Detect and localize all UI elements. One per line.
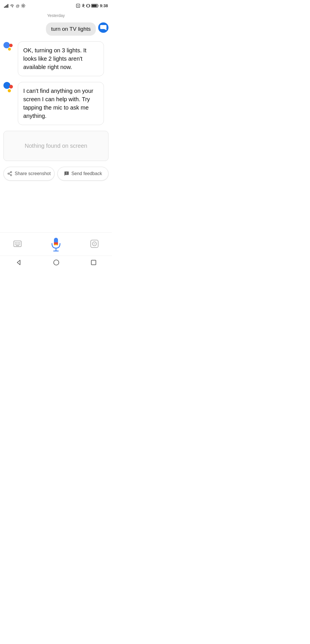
svg-point-35 (54, 260, 59, 265)
keyboard-icon[interactable] (13, 241, 22, 249)
nothing-found-text: Nothing found on screen (25, 143, 87, 149)
bluetooth-icon (82, 3, 85, 8)
assistant-message-row-2: I can't find anything on your screen I c… (3, 82, 108, 125)
svg-rect-19 (19, 242, 20, 243)
svg-rect-18 (18, 242, 19, 243)
status-time: 9:38 (100, 3, 108, 8)
svg-rect-21 (16, 244, 17, 245)
at-icon: @ (16, 4, 20, 8)
user-bubble: turn on TV lights (46, 22, 96, 36)
svg-rect-20 (15, 244, 16, 245)
user-avatar-icon (100, 25, 106, 30)
back-button[interactable] (16, 259, 22, 267)
svg-rect-24 (16, 245, 19, 246)
wifi-icon (10, 4, 14, 8)
date-label: Yesterday (3, 13, 108, 18)
bottom-toolbar[interactable] (0, 232, 112, 256)
battery-icon (91, 4, 99, 8)
svg-rect-22 (18, 244, 19, 245)
assistant-bubble-1: OK, turning on 3 lights. It looks like 2… (18, 41, 104, 76)
svg-rect-8 (100, 25, 106, 29)
share-screenshot-label: Share screenshot (15, 171, 51, 176)
svg-point-30 (54, 244, 58, 245)
assistant-logo-2 (3, 82, 15, 93)
svg-point-0 (23, 5, 24, 7)
settings-icon (21, 3, 26, 8)
nothing-found-box: Nothing found on screen (3, 131, 108, 161)
action-buttons: Share screenshot Send feedback (0, 167, 112, 186)
svg-point-33 (94, 243, 95, 245)
feedback-icon (64, 171, 69, 176)
svg-line-14 (9, 172, 11, 173)
share-icon (7, 171, 12, 176)
spacer (0, 186, 112, 232)
assistant-bubble-2: I can't find anything on your screen I c… (18, 82, 104, 125)
signal-icon (4, 4, 8, 8)
nav-bar[interactable] (0, 256, 112, 271)
screen-icon[interactable] (90, 240, 98, 250)
assistant-message-row-1: OK, turning on 3 lights. It looks like 2… (3, 41, 108, 76)
user-message-row: turn on TV lights (3, 22, 108, 36)
svg-rect-17 (16, 242, 17, 243)
svg-marker-34 (17, 260, 20, 265)
status-left-icons: @ (4, 3, 26, 8)
svg-rect-36 (91, 260, 96, 265)
microphone-button[interactable] (49, 237, 63, 252)
home-button[interactable] (53, 259, 59, 267)
chat-area: Yesterday turn on TV lights OK, turning … (0, 13, 112, 125)
svg-rect-23 (19, 244, 20, 245)
user-avatar (98, 22, 108, 33)
send-feedback-button[interactable]: Send feedback (57, 167, 108, 181)
svg-rect-7 (92, 5, 97, 7)
svg-line-13 (9, 174, 11, 175)
status-bar: @ N 9:38 (0, 0, 112, 10)
nfc-icon: N (76, 3, 80, 8)
svg-rect-3 (87, 4, 89, 7)
share-screenshot-button[interactable]: Share screenshot (3, 167, 55, 181)
svg-marker-9 (104, 29, 106, 30)
send-feedback-label: Send feedback (71, 171, 102, 176)
status-right-icons: N 9:38 (76, 3, 108, 8)
svg-text:N: N (77, 5, 79, 7)
svg-rect-16 (15, 242, 16, 243)
assistant-logo-1 (3, 41, 15, 53)
vibrate-icon (86, 3, 90, 8)
mic-svg (51, 237, 61, 252)
recents-button[interactable] (91, 260, 96, 267)
